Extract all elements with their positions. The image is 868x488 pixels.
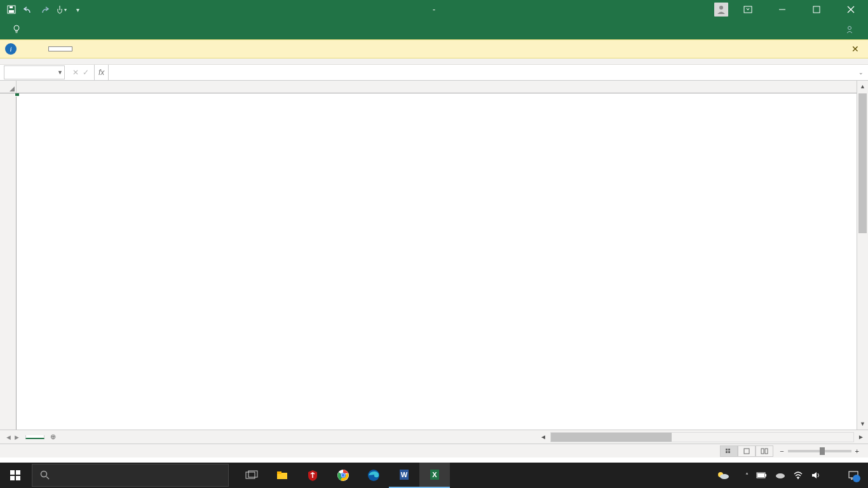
- svg-rect-43: [765, 474, 766, 477]
- quick-access-toolbar: ▾ ▾: [0, 2, 85, 17]
- hscroll-left-icon[interactable]: ◄: [538, 433, 549, 440]
- title-bar: ▾ ▾ -: [0, 0, 868, 19]
- svg-point-3: [719, 6, 723, 10]
- info-icon: i: [5, 43, 17, 55]
- svg-text:X: X: [432, 471, 437, 478]
- svg-rect-14: [728, 449, 730, 451]
- mcafee-icon[interactable]: [297, 463, 328, 488]
- start-button[interactable]: [0, 463, 31, 488]
- svg-rect-16: [728, 451, 730, 453]
- excel-icon[interactable]: X: [419, 463, 450, 488]
- protected-view-bar: i ✕: [0, 39, 868, 58]
- svg-rect-22: [10, 476, 15, 480]
- svg-rect-18: [761, 449, 764, 454]
- name-box-dropdown-icon[interactable]: ▼: [57, 69, 63, 76]
- undo-icon[interactable]: [20, 2, 36, 17]
- svg-point-34: [342, 474, 345, 477]
- vscroll-thumb[interactable]: [858, 93, 867, 233]
- tell-me[interactable]: [11, 24, 27, 34]
- word-icon[interactable]: W: [389, 463, 419, 488]
- name-box[interactable]: ▼: [4, 65, 65, 79]
- fx-icon[interactable]: fx: [95, 65, 109, 80]
- battery-icon[interactable]: [756, 471, 768, 480]
- scroll-up-icon[interactable]: ▲: [857, 81, 868, 92]
- sheet-bar: ◄ ► ⊕ ◄ ►: [0, 430, 868, 444]
- close-button[interactable]: [836, 0, 865, 19]
- share-button[interactable]: [845, 25, 863, 34]
- minimize-button[interactable]: [768, 0, 797, 19]
- protected-view-close-icon[interactable]: ✕: [848, 44, 863, 54]
- svg-rect-19: [765, 449, 768, 454]
- hscroll-thumb[interactable]: [551, 433, 672, 442]
- svg-rect-6: [813, 6, 820, 13]
- scroll-down-icon[interactable]: ▼: [857, 418, 868, 430]
- svg-rect-1: [9, 10, 14, 13]
- svg-text:W: W: [401, 471, 408, 478]
- tray-chevron-icon[interactable]: ˄: [745, 472, 749, 479]
- svg-rect-23: [16, 476, 20, 480]
- svg-point-9: [14, 25, 19, 30]
- file-explorer-icon[interactable]: [267, 463, 297, 488]
- normal-view-button[interactable]: [720, 445, 738, 457]
- ribbon-tabs: [0, 19, 868, 39]
- enter-formula-icon[interactable]: ✓: [83, 68, 89, 77]
- notifications-icon[interactable]: [844, 466, 863, 485]
- chrome-icon[interactable]: [328, 463, 358, 488]
- column-headers: [17, 81, 857, 93]
- share-icon: [845, 25, 854, 34]
- cancel-formula-icon[interactable]: ✕: [72, 68, 79, 77]
- svg-rect-15: [726, 451, 728, 453]
- svg-rect-20: [10, 470, 15, 475]
- maximize-button[interactable]: [802, 0, 831, 19]
- vertical-scrollbar[interactable]: ▲ ▼: [857, 81, 868, 430]
- page-break-view-button[interactable]: [756, 445, 773, 457]
- redo-icon[interactable]: [37, 2, 52, 17]
- svg-rect-29: [277, 471, 281, 474]
- enable-editing-button[interactable]: [48, 46, 72, 51]
- hscroll-right-icon[interactable]: ►: [855, 433, 867, 440]
- svg-rect-2: [10, 6, 13, 8]
- svg-point-46: [797, 478, 799, 479]
- search-icon: [40, 470, 50, 480]
- svg-rect-17: [744, 449, 749, 454]
- zoom-in-button[interactable]: +: [855, 447, 859, 455]
- page-layout-view-button[interactable]: [738, 445, 756, 457]
- volume-icon[interactable]: [811, 471, 821, 480]
- zoom-out-button[interactable]: −: [780, 447, 783, 455]
- select-all-corner[interactable]: [0, 81, 17, 93]
- formula-bar: ▼ ✕ ✓ fx ⌄: [0, 65, 868, 81]
- row-headers: [0, 93, 17, 430]
- weather-icon: [716, 470, 730, 481]
- svg-rect-44: [757, 473, 764, 477]
- svg-rect-21: [16, 470, 20, 475]
- formula-bar-expand-icon[interactable]: ⌄: [854, 69, 868, 76]
- cells-area[interactable]: [17, 93, 857, 430]
- svg-point-24: [41, 471, 47, 477]
- taskbar-search[interactable]: [32, 464, 229, 487]
- sheet-nav-next-icon[interactable]: ►: [13, 433, 20, 441]
- touch-mode-icon[interactable]: ▾: [53, 2, 69, 17]
- wifi-icon[interactable]: [793, 471, 803, 480]
- svg-point-12: [848, 27, 851, 30]
- svg-point-45: [776, 473, 785, 478]
- svg-rect-13: [726, 449, 728, 451]
- sheet-tab-homes[interactable]: [25, 435, 44, 439]
- save-icon[interactable]: [4, 2, 19, 17]
- avatar[interactable]: [714, 3, 728, 17]
- edge-icon[interactable]: [358, 463, 389, 488]
- add-sheet-button[interactable]: ⊕: [47, 431, 60, 444]
- svg-point-41: [720, 474, 729, 479]
- onedrive-icon[interactable]: [775, 471, 785, 480]
- taskbar: W X ˄: [0, 463, 868, 488]
- qat-customize-icon[interactable]: ▾: [70, 2, 85, 17]
- status-bar: − +: [0, 444, 868, 458]
- horizontal-scrollbar[interactable]: ◄ ►: [538, 432, 868, 442]
- weather-widget[interactable]: [716, 470, 738, 481]
- task-view-icon[interactable]: [236, 463, 267, 488]
- svg-rect-4: [744, 6, 752, 13]
- zoom-slider[interactable]: [788, 450, 851, 452]
- sheet-nav-prev-icon[interactable]: ◄: [5, 433, 12, 441]
- spreadsheet-grid: ▲ ▼: [0, 81, 868, 430]
- active-cell-cursor: [17, 93, 19, 96]
- ribbon-options-icon[interactable]: [733, 0, 763, 19]
